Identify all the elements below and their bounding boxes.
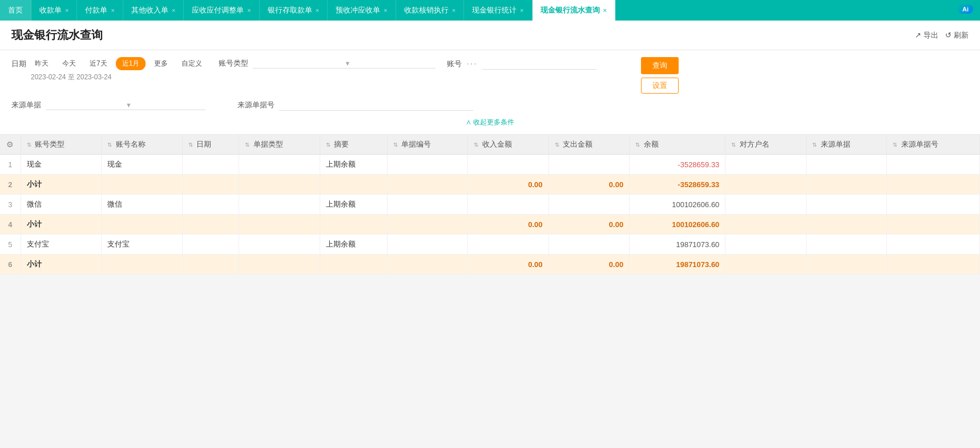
account-no-input[interactable] bbox=[482, 58, 596, 70]
nav-bank-stats[interactable]: 现金银行统计 × bbox=[464, 0, 532, 21]
sort-icon[interactable]: ⇅ bbox=[188, 142, 193, 148]
nav-verification[interactable]: 收款核销执行 × bbox=[396, 0, 464, 21]
cell-date bbox=[182, 175, 239, 195]
cell-doc-no bbox=[387, 215, 468, 235]
cell-expense bbox=[549, 155, 630, 175]
th-doc-no: ⇅ 单据编号 bbox=[387, 135, 468, 155]
cell-summary bbox=[320, 255, 387, 275]
nav-bank-flow[interactable]: 现金银行流水查询 × bbox=[533, 0, 615, 21]
date-range-text: 2023-02-24 至 2023-03-24 bbox=[31, 73, 111, 81]
th-counterpart: ⇅ 对方户名 bbox=[725, 135, 806, 155]
export-button[interactable]: ↗ 导出 bbox=[915, 30, 938, 41]
query-button[interactable]: 查询 bbox=[641, 57, 679, 74]
table-header-row: ⚙ ⇅ 账号类型 ⇅ 账号名称 ⇅ 日期 ⇅ 单据类型 bbox=[0, 135, 980, 155]
more-btn[interactable]: 更多 bbox=[149, 57, 173, 70]
nav-bank-deposit[interactable]: 银行存取款单 × bbox=[260, 0, 328, 21]
cell-doc-type bbox=[239, 155, 320, 175]
table-row[interactable]: 1 现金 现金 上期余额 -3528659.33 bbox=[0, 155, 980, 175]
more-dots-icon[interactable]: ··· bbox=[466, 59, 477, 69]
cell-doc-type bbox=[239, 215, 320, 235]
th-account-name: ⇅ 账号名称 bbox=[102, 135, 183, 155]
settings-column-header[interactable]: ⚙ bbox=[0, 135, 21, 155]
cell-account-type: 现金 bbox=[21, 155, 102, 175]
cell-income bbox=[468, 195, 549, 215]
sort-icon[interactable]: ⇅ bbox=[635, 142, 640, 148]
cell-date bbox=[182, 155, 239, 175]
cell-account-type: 小计 bbox=[21, 255, 102, 275]
cell-account-name: 微信 bbox=[102, 195, 183, 215]
cell-account-name bbox=[102, 175, 183, 195]
cell-summary: 上期余额 bbox=[320, 195, 387, 215]
today-btn[interactable]: 今天 bbox=[57, 57, 81, 70]
sort-icon[interactable]: ⇅ bbox=[812, 142, 817, 148]
cell-expense: 0.00 bbox=[549, 215, 630, 235]
cell-counterpart bbox=[725, 175, 806, 195]
source-doc-select[interactable]: ▼ bbox=[46, 100, 205, 110]
cell-source-doc bbox=[806, 255, 887, 275]
last1month-btn[interactable]: 近1月 bbox=[116, 57, 146, 70]
data-table: ⚙ ⇅ 账号类型 ⇅ 账号名称 ⇅ 日期 ⇅ 单据类型 bbox=[0, 135, 980, 275]
sort-icon[interactable]: ⇅ bbox=[326, 142, 330, 148]
custom-btn[interactable]: 自定义 bbox=[176, 57, 207, 70]
chevron-up-icon: ∧ bbox=[466, 118, 471, 126]
table-row[interactable]: 2 小计 0.00 0.00 -3528659.33 bbox=[0, 175, 980, 195]
sort-icon[interactable]: ⇅ bbox=[107, 142, 112, 148]
nav-receipt[interactable]: 收款单 × bbox=[31, 0, 77, 21]
nav-home[interactable]: 首页 bbox=[0, 0, 31, 21]
collapse-button[interactable]: ∧ 收起更多条件 bbox=[11, 115, 969, 130]
close-icon[interactable]: × bbox=[520, 7, 523, 14]
table-row[interactable]: 6 小计 0.00 0.00 19871073.60 bbox=[0, 255, 980, 275]
table-row[interactable]: 4 小计 0.00 0.00 100102606.60 bbox=[0, 215, 980, 235]
sort-icon[interactable]: ⇅ bbox=[245, 142, 249, 148]
sort-icon[interactable]: ⇅ bbox=[27, 142, 31, 148]
cell-balance: -3528659.33 bbox=[630, 175, 725, 195]
settings-button[interactable]: 设置 bbox=[641, 78, 679, 94]
cell-date bbox=[182, 235, 239, 255]
cell-summary: 上期余额 bbox=[320, 155, 387, 175]
cell-doc-no bbox=[387, 155, 468, 175]
account-type-label: 账号类型 bbox=[219, 58, 248, 68]
row-index: 5 bbox=[0, 235, 21, 255]
row-index: 3 bbox=[0, 195, 21, 215]
close-icon[interactable]: × bbox=[172, 7, 175, 14]
cell-income bbox=[468, 235, 549, 255]
last7days-btn[interactable]: 近7天 bbox=[84, 57, 112, 70]
table-row[interactable]: 5 支付宝 支付宝 上期余额 19871073.60 bbox=[0, 235, 980, 255]
cell-date bbox=[182, 215, 239, 235]
ai-badge: Ai bbox=[958, 5, 973, 14]
cell-income: 0.00 bbox=[468, 215, 549, 235]
cell-balance: 19871073.60 bbox=[630, 235, 725, 255]
close-icon[interactable]: × bbox=[247, 7, 251, 14]
close-icon[interactable]: × bbox=[111, 7, 114, 14]
th-balance: ⇅ 余额 bbox=[630, 135, 725, 155]
account-type-select[interactable]: ▼ bbox=[253, 59, 435, 68]
close-icon[interactable]: × bbox=[316, 7, 319, 14]
nav-payment[interactable]: 付款单 × bbox=[77, 0, 123, 21]
gear-icon[interactable]: ⚙ bbox=[6, 140, 14, 149]
sort-icon[interactable]: ⇅ bbox=[474, 142, 478, 148]
cell-counterpart bbox=[725, 195, 806, 215]
table-row[interactable]: 3 微信 微信 上期余额 100102606.60 bbox=[0, 195, 980, 215]
nav-adjustment[interactable]: 应收应付调整单 × bbox=[184, 0, 259, 21]
sort-icon[interactable]: ⇅ bbox=[731, 142, 736, 148]
refresh-button[interactable]: ↺ 刷新 bbox=[945, 30, 969, 41]
nav-other-income[interactable]: 其他收入单 × bbox=[123, 0, 184, 21]
close-icon[interactable]: × bbox=[603, 7, 607, 14]
yesterday-btn[interactable]: 昨天 bbox=[30, 57, 54, 70]
close-icon[interactable]: × bbox=[452, 7, 455, 14]
close-icon[interactable]: × bbox=[384, 7, 387, 14]
sort-icon[interactable]: ⇅ bbox=[893, 142, 897, 148]
cell-income: 0.00 bbox=[468, 175, 549, 195]
source-doc-no-input[interactable] bbox=[279, 99, 473, 111]
nav-prepayment[interactable]: 预收冲应收单 × bbox=[328, 0, 396, 21]
th-source-doc-no: ⇅ 来源单据号 bbox=[887, 135, 980, 155]
cell-doc-type bbox=[239, 235, 320, 255]
sort-icon[interactable]: ⇅ bbox=[393, 142, 398, 148]
cell-source-doc-no bbox=[887, 215, 980, 235]
row-index: 6 bbox=[0, 255, 21, 275]
sort-icon[interactable]: ⇅ bbox=[555, 142, 559, 148]
cell-source-doc-no bbox=[887, 255, 980, 275]
close-icon[interactable]: × bbox=[65, 7, 68, 14]
cell-balance: -3528659.33 bbox=[630, 155, 725, 175]
cell-source-doc bbox=[806, 155, 887, 175]
